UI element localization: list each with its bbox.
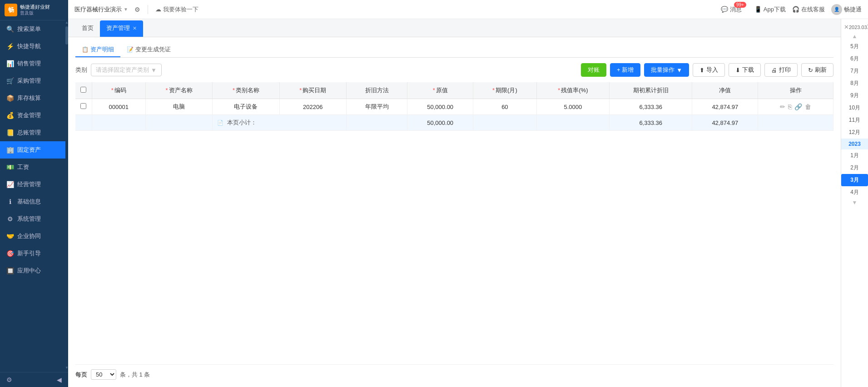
- th-net-value: 净值: [692, 82, 758, 99]
- print-button[interactable]: 🖨 打印: [764, 63, 798, 77]
- download-button[interactable]: ⬇ 下载: [729, 63, 761, 77]
- category-filter-placeholder: 请选择固定资产类别: [96, 66, 149, 74]
- row-checkbox[interactable]: [80, 103, 86, 109]
- sidebar-item-fund[interactable]: 💰 资金管理: [0, 107, 68, 124]
- print-label: 打印: [779, 66, 791, 74]
- sidebar-item-search[interactable]: 🔍 搜索菜单: [0, 20, 68, 38]
- right-panel-close-icon[interactable]: ✕: [844, 24, 849, 30]
- sidebar-item-ledger[interactable]: 📒 总账管理: [0, 124, 68, 141]
- month-2022-12[interactable]: 12月: [841, 126, 868, 139]
- panel-down-arrow[interactable]: ▼: [841, 198, 868, 207]
- batch-button[interactable]: 批量操作 ▼: [644, 63, 689, 77]
- add-button[interactable]: + 新增: [610, 63, 640, 77]
- month-2022-05[interactable]: 5月: [841, 40, 868, 53]
- app-download-label: App下载: [764, 5, 786, 14]
- tab-close-icon[interactable]: ✕: [133, 25, 137, 31]
- sidebar-item-guide[interactable]: 🎯 新手引导: [0, 245, 68, 262]
- download-icon: ⬇: [735, 67, 740, 74]
- user-button[interactable]: 👤 畅捷通: [831, 4, 862, 15]
- page-main: 首页 资产管理 ✕ 📋 资产明细 📝 变更生成凭证: [68, 19, 841, 387]
- fixed-assets-icon: 🏢: [6, 146, 14, 154]
- sidebar-item-enterprise[interactable]: 🤝 企业协同: [0, 228, 68, 245]
- logo-sub: 普及版: [20, 10, 50, 16]
- sidebar-item-payroll[interactable]: 💵 工资: [0, 159, 68, 176]
- edit-icon[interactable]: ✏: [780, 103, 785, 110]
- sidebar-item-apps[interactable]: 🔲 应用中心: [0, 262, 68, 279]
- delete-icon[interactable]: 🗑: [805, 103, 811, 110]
- tab-asset-mgmt[interactable]: 资产管理 ✕: [100, 20, 143, 37]
- sidebar-bottom: ⚙ ◀: [0, 372, 68, 387]
- filter-row: 类别 请选择固定资产类别 ▼: [75, 64, 162, 76]
- company-selector[interactable]: 医疗器械行业演示 ▼: [74, 5, 128, 14]
- per-page-select[interactable]: 50 20 100: [91, 369, 116, 380]
- month-2023-04[interactable]: 4月: [841, 186, 868, 198]
- sidebar-item-label: 系统管理: [17, 215, 41, 223]
- page-content: 📋 资产明细 📝 变更生成凭证 类别 请选择固定资产类别 ▼: [68, 37, 841, 387]
- inventory-icon: 📦: [6, 94, 14, 102]
- print-icon: 🖨: [771, 67, 777, 74]
- month-2022-06[interactable]: 6月: [841, 53, 868, 65]
- sub-tab-change-voucher[interactable]: 📝 变更生成凭证: [120, 43, 177, 57]
- online-service-label: 在线客服: [801, 5, 825, 14]
- tabs-bar: 首页 资产管理 ✕: [68, 19, 841, 37]
- basic-info-icon: ℹ: [6, 198, 14, 205]
- fund-icon: 💰: [6, 112, 14, 119]
- sidebar-item-fixed-assets[interactable]: 🏢 固定资产: [0, 141, 68, 159]
- app-download-button[interactable]: 📱 App下载: [754, 5, 786, 14]
- collapse-icon[interactable]: ◀: [57, 376, 62, 383]
- topbar-gear-icon[interactable]: ⚙: [134, 6, 140, 13]
- reconcile-button[interactable]: 对账: [581, 63, 606, 77]
- cell-depreciation-method: 年限平均: [346, 99, 407, 115]
- sidebar-item-label: 基础信息: [17, 198, 41, 206]
- refresh-icon: ↻: [808, 67, 813, 74]
- per-page-label: 每页: [75, 371, 87, 379]
- sub-tabs: 📋 资产明细 📝 变更生成凭证: [75, 43, 833, 58]
- month-2022-11[interactable]: 11月: [841, 114, 868, 126]
- sidebar-item-label: 搜索菜单: [17, 25, 41, 33]
- sidebar-item-system[interactable]: ⚙ 系统管理: [0, 210, 68, 228]
- company-dropdown-arrow: ▼: [124, 7, 128, 12]
- panel-up-arrow[interactable]: ▲: [841, 32, 868, 40]
- sidebar-item-label: 固定资产: [17, 146, 41, 154]
- sub-tab-asset-detail[interactable]: 📋 资产明细: [75, 43, 120, 57]
- sidebar-item-purchase[interactable]: 🛒 采购管理: [0, 72, 68, 89]
- batch-label: 批量操作: [651, 66, 675, 74]
- cloud-icon: ☁: [155, 6, 161, 13]
- cell-period: 60: [473, 99, 536, 115]
- row-checkbox-cell: [75, 99, 92, 115]
- month-2022-07[interactable]: 7月: [841, 65, 868, 77]
- import-button[interactable]: ⬆ 导入: [693, 63, 725, 77]
- select-all-checkbox[interactable]: [80, 87, 86, 93]
- th-residual-rate: *残值率(%): [536, 82, 610, 99]
- month-2022-08[interactable]: 8月: [841, 77, 868, 89]
- year-2023-marker: 2023: [841, 139, 868, 149]
- month-2022-09[interactable]: 9月: [841, 89, 868, 102]
- month-2023-01[interactable]: 1月: [841, 149, 868, 162]
- username-label: 畅捷通: [844, 5, 862, 14]
- category-filter[interactable]: 请选择固定资产类别 ▼: [91, 64, 162, 76]
- month-2022-10[interactable]: 10月: [841, 102, 868, 114]
- sidebar-item-quick-nav[interactable]: ⚡ 快捷导航: [0, 38, 68, 55]
- sidebar: 畅 畅捷通好业财 普及版 ▲ ▼ 🔍 搜索菜单 ⚡ 快捷导航 📊 销售管理 🛒 …: [0, 0, 68, 387]
- settings-icon[interactable]: ⚙: [6, 376, 12, 383]
- avatar: 👤: [831, 4, 842, 15]
- sidebar-item-basic-info[interactable]: ℹ 基础信息: [0, 193, 68, 210]
- sidebar-item-sales[interactable]: 📊 销售管理: [0, 55, 68, 72]
- month-2023-02[interactable]: 2月: [841, 162, 868, 174]
- sidebar-item-label: 资金管理: [17, 111, 41, 119]
- subtotal-original-value: 50,000.00: [407, 115, 473, 131]
- online-service-button[interactable]: 🎧 在线客服: [792, 5, 825, 14]
- page-area: 首页 资产管理 ✕ 📋 资产明细 📝 变更生成凭证: [68, 19, 868, 387]
- messages-button[interactable]: 💬 消息 99+: [721, 5, 742, 14]
- copy-icon[interactable]: ⎘: [788, 103, 792, 110]
- link-icon[interactable]: 🔗: [794, 103, 802, 110]
- sales-icon: 📊: [6, 60, 14, 67]
- sidebar-item-inventory[interactable]: 📦 库存核算: [0, 89, 68, 107]
- month-2023-03[interactable]: 3月: [841, 174, 868, 186]
- sidebar-item-operations[interactable]: 📈 经营管理: [0, 176, 68, 193]
- tab-home[interactable]: 首页: [75, 20, 100, 37]
- experience-button[interactable]: ☁ 我要体验一下: [155, 5, 198, 14]
- sidebar-item-label: 新手引导: [17, 249, 41, 258]
- refresh-button[interactable]: ↻ 刷新: [801, 63, 833, 77]
- table-checkbox-header: [75, 82, 92, 99]
